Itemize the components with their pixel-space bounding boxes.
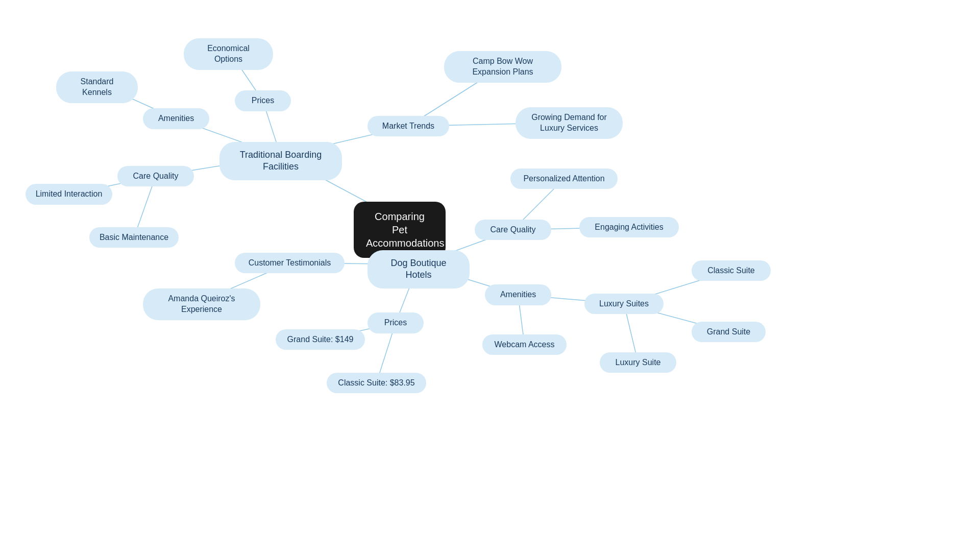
node-label-economical-options: Economical Options — [184, 38, 273, 70]
node-label-market-trends: Market Trends — [368, 116, 449, 137]
node-label-basic-maintenance: Basic Maintenance — [89, 227, 179, 248]
node-label-care-quality-dog: Care Quality — [475, 220, 551, 241]
node-label-camp-bow-wow: Camp Bow Wow Expansion Plans — [444, 51, 561, 83]
node-label-engaging-activities: Engaging Activities — [579, 217, 679, 238]
node-label-customer-testimonials: Customer Testimonials — [235, 253, 345, 274]
node-label-personalized-attention: Personalized Attention — [510, 169, 618, 189]
node-engaging-activities[interactable]: Engaging Activities — [579, 214, 679, 240]
node-label-grand-suite: Grand Suite — [692, 322, 766, 343]
node-label-prices-dog: Prices — [368, 312, 424, 333]
node-label-amenities-trad: Amenities — [143, 108, 209, 129]
node-label-prices-trad: Prices — [235, 90, 291, 111]
node-basic-maintenance[interactable]: Basic Maintenance — [89, 225, 179, 250]
node-label-care-quality-trad: Care Quality — [117, 166, 194, 187]
node-amanda[interactable]: Amanda Queiroz's Experience — [143, 288, 260, 320]
node-camp-bow-wow[interactable]: Camp Bow Wow Expansion Plans — [444, 51, 561, 83]
node-label-dog-boutique: Dog Boutique Hotels — [368, 250, 470, 288]
node-webcam-access[interactable]: Webcam Access — [482, 332, 567, 357]
node-label-luxury-suites: Luxury Suites — [584, 294, 664, 315]
node-classic-suite[interactable]: Classic Suite — [692, 258, 771, 283]
node-grand-suite[interactable]: Grand Suite — [692, 319, 766, 345]
node-label-standard-kennels: Standard Kennels — [56, 71, 138, 103]
node-care-quality-dog[interactable]: Care Quality — [475, 217, 551, 243]
node-prices-trad[interactable]: Prices — [235, 89, 291, 112]
node-label-traditional: Traditional Boarding Facilities — [219, 142, 342, 180]
node-grand-suite-price[interactable]: Grand Suite: $149 — [276, 327, 365, 352]
node-luxury-suite[interactable]: Luxury Suite — [600, 350, 676, 375]
node-label-luxury-suite: Luxury Suite — [600, 352, 676, 373]
node-label-classic-suite: Classic Suite — [692, 260, 771, 281]
node-amenities-dog[interactable]: Amenities — [485, 283, 551, 306]
node-prices-dog[interactable]: Prices — [368, 311, 424, 334]
node-label-classic-suite-price: Classic Suite: $83.95 — [327, 373, 426, 394]
node-classic-suite-price[interactable]: Classic Suite: $83.95 — [327, 370, 426, 396]
node-label-grand-suite-price: Grand Suite: $149 — [276, 329, 365, 350]
node-limited-interaction[interactable]: Limited Interaction — [26, 183, 112, 206]
node-traditional[interactable]: Traditional Boarding Facilities — [219, 142, 342, 180]
node-economical-options[interactable]: Economical Options — [184, 38, 273, 70]
node-label-webcam-access: Webcam Access — [482, 334, 567, 355]
node-label-growing-demand: Growing Demand for Luxury Services — [516, 107, 623, 139]
node-care-quality-trad[interactable]: Care Quality — [117, 163, 194, 189]
node-standard-kennels[interactable]: Standard Kennels — [56, 71, 138, 103]
node-luxury-suites[interactable]: Luxury Suites — [584, 291, 664, 317]
mindmap-container: Comparing Pet AccommodationsTraditional … — [0, 0, 980, 553]
node-personalized-attention[interactable]: Personalized Attention — [510, 166, 618, 191]
node-label-limited-interaction: Limited Interaction — [26, 184, 112, 205]
node-label-amenities-dog: Amenities — [485, 284, 551, 305]
node-market-trends[interactable]: Market Trends — [368, 113, 449, 139]
center-node[interactable]: Comparing Pet Accommodations — [354, 202, 446, 258]
node-dog-boutique[interactable]: Dog Boutique Hotels — [368, 250, 470, 288]
node-amenities-trad[interactable]: Amenities — [143, 107, 209, 130]
node-customer-testimonials[interactable]: Customer Testimonials — [235, 250, 345, 276]
node-label-amanda: Amanda Queiroz's Experience — [143, 288, 260, 320]
connections-svg — [0, 0, 980, 553]
center-label: Comparing Pet Accommodations — [354, 202, 446, 258]
node-growing-demand[interactable]: Growing Demand for Luxury Services — [516, 107, 623, 139]
